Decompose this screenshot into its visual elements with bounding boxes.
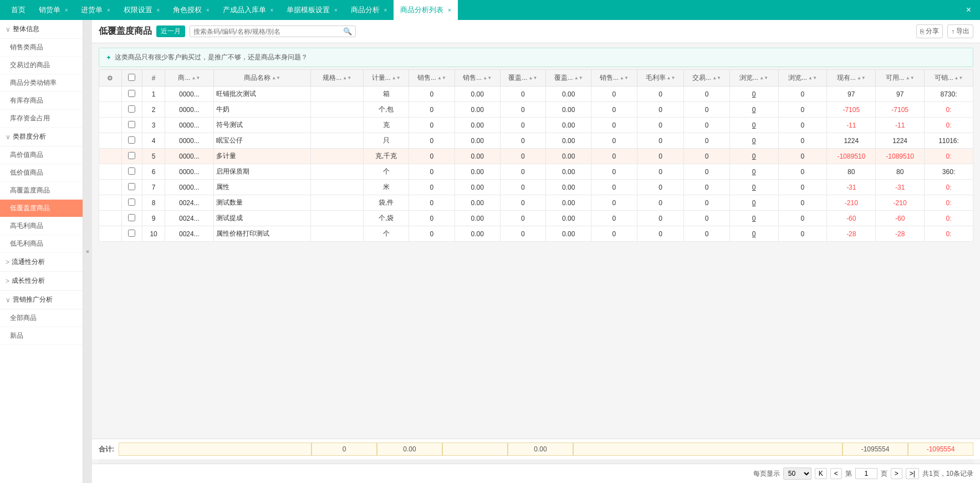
nav-close-icon[interactable]: × [206,7,210,13]
prev-page-button[interactable]: < [830,468,842,479]
row-current: 80 [827,164,876,180]
row-checkbox[interactable] [121,87,142,102]
row-settings [99,211,122,226]
nav-close-icon[interactable]: × [157,7,160,13]
row-view1[interactable]: 0 [729,226,778,242]
row-sales-amt: 0.00 [455,226,500,242]
nav-finished-goods[interactable]: 产成品入库单 × [216,0,280,20]
row-checkbox[interactable] [121,149,142,164]
row-checkbox[interactable] [121,180,142,195]
period-button[interactable]: 近一月 [156,26,185,37]
row-num: 2 [142,102,165,118]
nav-template-settings[interactable]: 单据模板设置 × [280,0,344,20]
share-button[interactable]: ⎘ 分享 [916,24,943,38]
sidebar-item-stocked-products[interactable]: 有库存商品 [0,92,83,110]
th-trans[interactable]: 交易...▲▼ [684,70,729,87]
th-code[interactable]: 商...▲▼ [165,70,213,87]
row-checkbox[interactable] [121,133,142,149]
page-number-input[interactable] [855,468,877,479]
th-current[interactable]: 现有...▲▼ [827,70,876,87]
sidebar-section-marketing[interactable]: ∨ 营销推广分析 [0,291,83,309]
row-view1[interactable]: 0 [729,102,778,118]
nav-close-icon[interactable]: × [65,7,68,13]
row-view2: 0 [778,87,827,102]
nav-close-icon[interactable]: × [107,7,110,13]
nav-close-icon[interactable]: × [270,7,274,13]
sidebar-section-overall[interactable]: ∨ 整体信息 [0,20,83,39]
nav-sales-order[interactable]: 销货单 × [32,0,74,20]
nav-close-icon[interactable]: × [384,7,387,13]
th-view1[interactable]: 浏览...▲▼ [729,70,778,87]
sidebar-item-high-coverage[interactable]: 高覆盖度商品 [0,182,83,200]
row-view1[interactable]: 0 [729,133,778,149]
row-checkbox[interactable] [121,195,142,211]
next-page-button[interactable]: > [891,468,902,479]
th-sales2[interactable]: 销售...▲▼ [591,70,637,87]
sort-arrows-icon: ▲▼ [437,76,446,80]
sidebar-item-sales-products[interactable]: 销售类商品 [0,39,83,57]
nav-product-analysis[interactable]: 商品分析 × [344,0,394,20]
th-settings[interactable]: ⚙ [99,70,122,87]
nav-close-icon[interactable]: × [334,7,338,13]
search-input[interactable] [193,28,343,35]
th-sellable[interactable]: 可销...▲▼ [925,70,973,87]
th-sales-amt[interactable]: 销售...▲▼ [455,70,500,87]
sidebar-item-inventory-capital[interactable]: 库存资金占用 [0,110,83,128]
row-unit: 个,包 [364,102,409,118]
row-gross: 0 [637,102,684,118]
nav-home[interactable]: 首页 [4,0,32,20]
row-view1[interactable]: 0 [729,149,778,164]
sidebar-item-traded-products[interactable]: 交易过的商品 [0,57,83,74]
th-view2[interactable]: 浏览...▲▼ [778,70,827,87]
sidebar-item-low-coverage[interactable]: 低覆盖度商品 [0,200,83,217]
row-sales-count: 0 [409,180,455,195]
th-spec[interactable]: 规格...▲▼ [311,70,364,87]
sidebar-item-low-value[interactable]: 低价值商品 [0,164,83,182]
row-view1[interactable]: 0 [729,195,778,211]
row-checkbox[interactable] [121,102,142,118]
sidebar-item-all-products[interactable]: 全部商品 [0,309,83,327]
select-all-checkbox[interactable] [128,74,135,81]
th-name[interactable]: 商品名称▲▼ [213,70,311,87]
nav-purchase-order[interactable]: 进货单 × [74,0,116,20]
nav-permissions[interactable]: 权限设置 × [117,0,166,20]
nav-product-analysis-list[interactable]: 商品分析列表 × [394,0,457,20]
sidebar-section-circulation[interactable]: > 流通性分析 [0,253,83,272]
th-unit[interactable]: 计量...▲▼ [364,70,409,87]
th-gross[interactable]: 毛利率▲▼ [637,70,684,87]
nav-close-icon[interactable]: × [448,7,451,13]
th-available[interactable]: 可用...▲▼ [876,70,925,87]
export-button[interactable]: ↑ 导出 [947,24,973,38]
sidebar-item-new-products[interactable]: 新品 [0,327,83,345]
row-checkbox[interactable] [121,164,142,180]
row-checkbox[interactable] [121,211,142,226]
row-view1[interactable]: 0 [729,87,778,102]
th-cover2[interactable]: 覆盖...▲▼ [546,70,591,87]
row-code: 0000... [165,180,213,195]
per-page-select[interactable]: 50 10 20 100 [783,467,811,480]
horizontal-scrollbar[interactable] [99,459,973,464]
last-page-button[interactable]: >| [906,468,919,479]
row-checkbox[interactable] [121,118,142,133]
sidebar-item-low-margin[interactable]: 低毛利商品 [0,235,83,253]
th-check[interactable] [121,70,142,87]
sidebar-item-category-rate[interactable]: 商品分类动销率 [0,74,83,92]
th-view2-label: 浏览... [788,73,807,83]
sidebar-item-high-value[interactable]: 高价值商品 [0,146,83,164]
chevron-down-icon: ∨ [6,26,11,33]
row-checkbox[interactable] [121,226,142,242]
window-close-button[interactable]: × [962,5,976,15]
th-cover1[interactable]: 覆盖...▲▼ [500,70,545,87]
row-view1[interactable]: 0 [729,118,778,133]
sidebar-collapse-button[interactable]: « [83,20,92,483]
row-view1[interactable]: 0 [729,180,778,195]
sidebar-item-high-margin[interactable]: 高毛利商品 [0,217,83,235]
row-view1[interactable]: 0 [729,211,778,226]
first-page-button[interactable]: K [815,468,827,479]
row-view1[interactable]: 0 [729,164,778,180]
sidebar-section-growth[interactable]: > 成长性分析 [0,272,83,291]
th-sales-count[interactable]: 销售...▲▼ [409,70,455,87]
sidebar-section-cluster[interactable]: ∨ 类群度分析 [0,128,83,146]
nav-role-auth[interactable]: 角色授权 × [166,0,216,20]
row-settings [99,118,122,133]
